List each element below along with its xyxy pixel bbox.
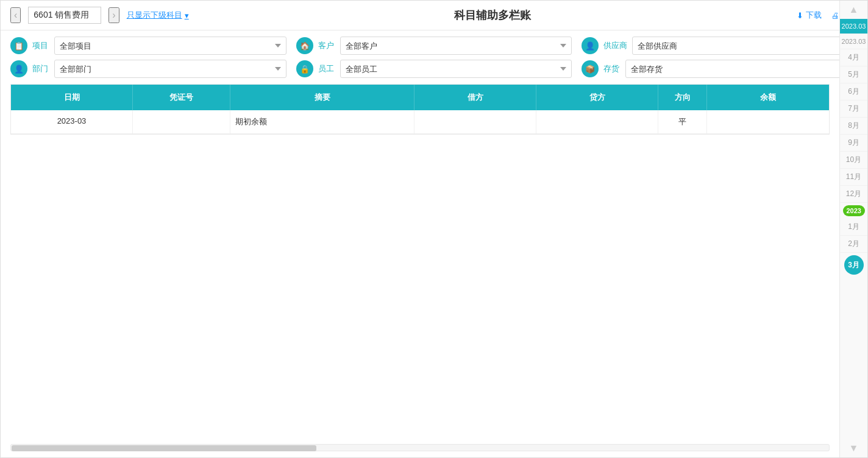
project-label: 项目	[32, 40, 49, 51]
panel-month-11[interactable]: 11月	[840, 169, 867, 186]
inventory-icon: 📦	[582, 60, 599, 77]
show-sub-button[interactable]: 只显示下级科目 ▾	[127, 10, 189, 21]
panel-month-2023-03[interactable]: 2023.03	[840, 34, 867, 49]
download-label: 下载	[806, 10, 822, 21]
panel-up-arrow[interactable]: ▲	[845, 1, 863, 19]
download-icon: ⬇	[797, 11, 803, 20]
employee-label: 员工	[318, 63, 335, 74]
panel-year-2023[interactable]: 2023	[843, 205, 865, 216]
filter-inventory: 📦 存货 全部存货	[582, 60, 858, 78]
employee-icon: 🔒	[296, 60, 313, 77]
col-summary: 摘要	[230, 85, 414, 110]
cell-date: 2023-03	[11, 110, 133, 133]
panel-month-4[interactable]: 4月	[840, 49, 867, 66]
cell-balance	[707, 110, 829, 133]
panel-month-2[interactable]: 2月	[840, 236, 867, 253]
nav-next-button[interactable]: ›	[108, 7, 119, 23]
download-button[interactable]: ⬇ 下载	[797, 10, 822, 21]
cell-debit	[414, 110, 536, 133]
scrollbar-thumb	[12, 445, 316, 451]
project-icon: 📋	[10, 37, 27, 54]
col-direction: 方向	[658, 85, 707, 110]
supplier-select[interactable]: 全部供应商	[632, 37, 858, 55]
filter-supplier: 👤 供应商 全部供应商	[582, 37, 858, 55]
customer-icon: 🏠	[296, 37, 313, 54]
filter-customer: 🏠 客户 全部客户	[296, 37, 572, 55]
supplier-label: 供应商	[603, 40, 627, 51]
col-credit: 贷方	[536, 85, 658, 110]
filter-department: 👤 部门 全部部门	[10, 60, 286, 78]
filter-row-2: 👤 部门 全部部门 🔒 员工 全部员工 📦 存货 全部存货	[10, 60, 858, 78]
panel-month-7[interactable]: 7月	[840, 100, 867, 118]
panel-month-1[interactable]: 1月	[840, 219, 867, 236]
table-body: 2023-03 期初余额 平	[11, 110, 829, 134]
cell-direction: 平	[658, 110, 707, 133]
chevron-down-icon: ▾	[185, 11, 189, 20]
table-header: 日期 凭证号 摘要 借方 贷方 方向 余额	[11, 85, 829, 110]
panel-month-9[interactable]: 9月	[840, 135, 867, 152]
panel-month-2023-03-active[interactable]: 2023.03	[840, 19, 867, 34]
table-row: 2023-03 期初余额 平	[11, 110, 829, 134]
nav-prev-button[interactable]: ‹	[10, 7, 21, 23]
department-label: 部门	[32, 63, 49, 74]
col-debit: 借方	[414, 85, 536, 110]
panel-month-12[interactable]: 12月	[840, 186, 867, 203]
inventory-select[interactable]: 全部存货	[625, 60, 858, 78]
account-code: 6601 销售费用	[28, 7, 101, 24]
col-balance: 余额	[707, 85, 829, 110]
department-icon: 👤	[10, 60, 27, 77]
customer-select[interactable]: 全部客户	[340, 37, 572, 55]
col-date: 日期	[11, 85, 133, 110]
cell-credit	[536, 110, 658, 133]
data-table: 日期 凭证号 摘要 借方 贷方 方向 余额 2023-03 期初余额 平	[10, 84, 830, 135]
inventory-label: 存货	[603, 63, 621, 74]
panel-down-arrow[interactable]: ▼	[845, 439, 863, 457]
filter-row-1: 📋 项目 全部项目 🏠 客户 全部客户 👤 供应商 全部供应商	[10, 37, 858, 55]
right-panel: ▲ 2023.03 2023.03 4月 5月 6月 7月 8月 9月 10月 …	[839, 1, 867, 457]
panel-month-5[interactable]: 5月	[840, 66, 867, 83]
col-voucher: 凭证号	[133, 85, 230, 110]
supplier-icon: 👤	[582, 37, 599, 54]
cell-voucher	[133, 110, 230, 133]
print-icon: 🖨	[831, 11, 839, 20]
panel-month-6[interactable]: 6月	[840, 83, 867, 100]
filter-section: 📋 项目 全部项目 🏠 客户 全部客户 👤 供应商 全部供应商	[1, 30, 867, 84]
customer-label: 客户	[318, 40, 335, 51]
show-sub-label: 只显示下级科目	[127, 10, 182, 21]
department-select[interactable]: 全部部门	[54, 60, 286, 78]
cell-summary: 期初余额	[230, 110, 414, 133]
main-window: ‹ 6601 销售费用 › 只显示下级科目 ▾ 科目辅助多栏账 ⬇ 下载 🖨 打…	[0, 0, 868, 458]
page-title: 科目辅助多栏账	[196, 8, 789, 23]
panel-month-3-active[interactable]: 3月	[844, 255, 864, 275]
filter-project: 📋 项目 全部项目	[10, 37, 286, 55]
filter-employee: 🔒 员工 全部员工	[296, 60, 572, 78]
panel-month-10[interactable]: 10月	[840, 152, 867, 169]
employee-select[interactable]: 全部员工	[340, 60, 572, 78]
horizontal-scrollbar[interactable]	[10, 444, 830, 451]
panel-month-8[interactable]: 8月	[840, 118, 867, 135]
project-select[interactable]: 全部项目	[54, 37, 286, 55]
top-bar: ‹ 6601 销售费用 › 只显示下级科目 ▾ 科目辅助多栏账 ⬇ 下载 🖨 打…	[1, 1, 867, 30]
